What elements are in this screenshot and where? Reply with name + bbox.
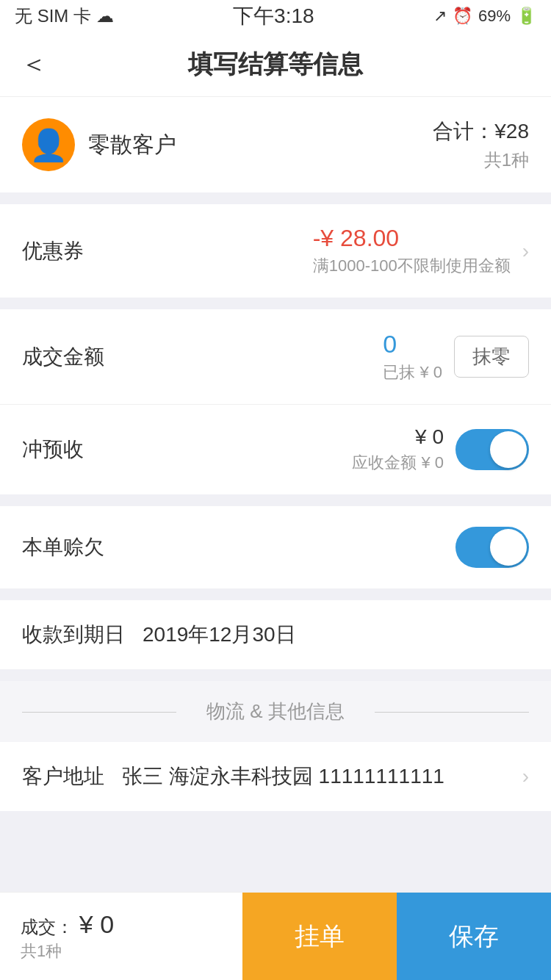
prepayment-toggle[interactable] <box>455 429 529 470</box>
coupon-section[interactable]: 优惠券 -¥ 28.00 满1000-100不限制使用金额 › <box>0 204 551 298</box>
main-content: 👤 零散客户 合计：¥28 共1种 优惠券 -¥ 28.00 满1000-100… <box>0 97 551 918</box>
prepayment-sub: 应收金额 ¥ 0 <box>352 452 444 474</box>
debit-toggle[interactable] <box>455 527 529 568</box>
coupon-discount: -¥ 28.00 <box>313 225 511 252</box>
divider-text: 物流 & 其他信息 <box>206 700 345 722</box>
logistics-divider: 物流 & 其他信息 <box>0 681 551 742</box>
bottom-summary-row: 成交： ¥ 0 <box>21 910 222 939</box>
bottom-summary-count: 共1种 <box>21 940 222 962</box>
prepayment-label: 冲预收 <box>22 436 84 464</box>
coupon-right: -¥ 28.00 满1000-100不限制使用金额 › <box>313 225 529 277</box>
coupon-row[interactable]: 优惠券 -¥ 28.00 满1000-100不限制使用金额 › <box>0 204 551 298</box>
status-bar-right: ↗ ⏰ 69% 🔋 <box>433 7 536 26</box>
debit-label: 本单赊欠 <box>22 533 104 561</box>
battery-icon: 🔋 <box>516 7 536 26</box>
hang-button[interactable]: 挂单 <box>242 893 397 981</box>
customer-right: 合计：¥28 共1种 <box>433 118 529 172</box>
status-bar: 无 SIM 卡 ☁ 下午3:18 ↗ ⏰ 69% 🔋 <box>0 0 551 32</box>
alarm-icon: ⏰ <box>453 7 472 26</box>
due-date-label: 收款到期日 <box>22 621 125 649</box>
bottom-bar: 成交： ¥ 0 共1种 挂单 保存 <box>0 892 551 980</box>
bottom-summary: 成交： ¥ 0 共1种 <box>0 910 242 962</box>
prepayment-value: ¥ 0 <box>352 425 444 449</box>
due-date-section: 收款到期日 2019年12月30日 <box>0 600 551 669</box>
transaction-section: 成交金额 0 已抹 ¥ 0 抹零 冲预收 ¥ 0 应收金额 ¥ 0 <box>0 309 551 494</box>
due-date-value[interactable]: 2019年12月30日 <box>143 621 296 649</box>
address-chevron-icon: › <box>522 765 529 788</box>
page-title: 填写结算等信息 <box>188 48 363 82</box>
back-button[interactable]: ＜ <box>21 46 47 82</box>
total-amount: 合计：¥28 <box>433 118 529 145</box>
nav-bar: ＜ 填写结算等信息 <box>0 32 551 97</box>
save-button[interactable]: 保存 <box>397 893 551 981</box>
total-count: 共1种 <box>433 148 529 172</box>
customer-name: 零散客户 <box>88 130 176 160</box>
address-section[interactable]: 客户地址 张三 海淀永丰科技园 11111111111 › <box>0 742 551 811</box>
avatar: 👤 <box>22 118 75 171</box>
toggle-knob <box>490 431 527 468</box>
status-bar-left: 无 SIM 卡 ☁ <box>15 4 114 28</box>
transaction-sub: 已抹 ¥ 0 <box>383 361 442 383</box>
battery-text: 69% <box>478 7 511 26</box>
location-icon: ↗ <box>433 7 447 26</box>
due-date-row: 收款到期日 2019年12月30日 <box>22 621 529 649</box>
prepayment-right: ¥ 0 应收金额 ¥ 0 <box>352 425 529 474</box>
status-bar-time: 下午3:18 <box>233 2 314 30</box>
address-label: 客户地址 <box>22 763 104 790</box>
customer-left: 👤 零散客户 <box>22 118 176 171</box>
customer-section: 👤 零散客户 合计：¥28 共1种 <box>0 97 551 192</box>
bottom-summary-amount: ¥ 0 <box>79 910 114 938</box>
prepayment-row: 冲预收 ¥ 0 应收金额 ¥ 0 <box>0 405 551 494</box>
debit-section: 本单赊欠 <box>0 506 551 588</box>
transaction-label: 成交金额 <box>22 343 104 371</box>
coupon-label: 优惠券 <box>22 237 84 265</box>
coupon-chevron-icon: › <box>522 239 529 263</box>
transaction-value[interactable]: 0 <box>383 330 442 359</box>
coupon-sub: 满1000-100不限制使用金额 <box>313 255 511 277</box>
bottom-summary-label: 成交： <box>21 917 73 937</box>
round-button[interactable]: 抹零 <box>454 336 529 378</box>
signal-text: 无 SIM 卡 ☁ <box>15 4 114 28</box>
transaction-row: 成交金额 0 已抹 ¥ 0 抹零 <box>0 309 551 405</box>
transaction-right: 0 已抹 ¥ 0 抹零 <box>383 330 529 383</box>
address-value: 张三 海淀永丰科技园 11111111111 <box>122 763 522 790</box>
avatar-icon: 👤 <box>29 127 68 163</box>
debit-toggle-knob <box>490 529 527 566</box>
